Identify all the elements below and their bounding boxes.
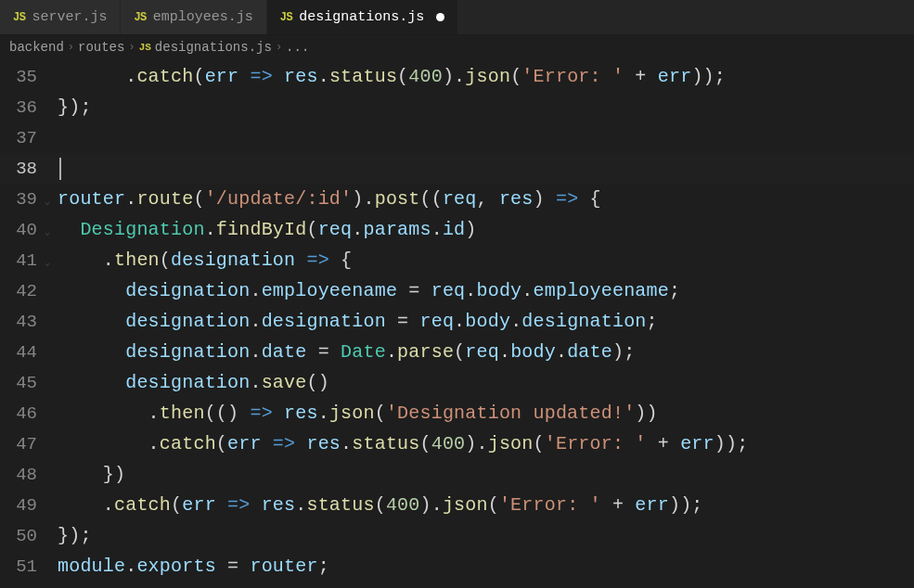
token-punc: )); xyxy=(669,494,703,516)
breadcrumb-segment[interactable]: backend xyxy=(9,40,64,55)
token-punc: ). xyxy=(352,188,374,210)
token-punc xyxy=(273,66,284,87)
fold-icon[interactable]: ⌄ xyxy=(45,226,54,237)
token-punc: { xyxy=(578,188,600,210)
token-punc: = xyxy=(386,311,420,332)
token-prop: designation xyxy=(521,311,646,332)
code-content[interactable]: ⌄ .then(designation => { xyxy=(58,249,352,271)
token-func: then xyxy=(114,249,160,271)
tab-employees-js[interactable]: JSemployees.js xyxy=(121,0,266,34)
code-content[interactable]: designation.save() xyxy=(58,372,329,393)
code-line[interactable]: 45 designation.save() xyxy=(0,367,914,398)
code-content[interactable]: .catch(err => res.status(400).json('Erro… xyxy=(58,66,726,87)
code-line[interactable]: 41⌄ .then(designation => { xyxy=(0,245,914,275)
token-punc: . xyxy=(295,494,306,516)
code-content[interactable]: designation.date = Date.parse(req.body.d… xyxy=(58,341,635,363)
token-func: status xyxy=(352,433,419,454)
token-var: err xyxy=(658,66,692,87)
token-punc: }); xyxy=(58,96,92,118)
code-content[interactable]: designation.employeename = req.body.empl… xyxy=(58,280,680,301)
code-line[interactable]: 35 .catch(err => res.status(400).json('E… xyxy=(0,61,914,92)
tab-designations-js[interactable]: JSdesignations.js xyxy=(267,0,458,34)
token-punc: ( xyxy=(193,188,204,210)
token-punc: . xyxy=(58,433,160,454)
code-line[interactable]: 47 .catch(err => res.status(400).json('E… xyxy=(0,428,914,459)
code-line[interactable]: 39⌄router.route('/update/:id').post((req… xyxy=(0,184,914,214)
code-line[interactable]: 48 }) xyxy=(0,459,914,490)
breadcrumb-segment[interactable]: routes xyxy=(78,40,124,55)
text-cursor xyxy=(59,158,61,180)
token-punc: . xyxy=(352,219,363,240)
breadcrumb[interactable]: backend›routes›JS designations.js›... xyxy=(0,35,914,59)
code-editor[interactable]: 35 .catch(err => res.status(400).json('E… xyxy=(0,59,914,582)
fold-icon[interactable]: ⌄ xyxy=(45,257,54,268)
token-punc xyxy=(250,494,261,516)
token-punc xyxy=(58,341,125,363)
line-number: 36 xyxy=(0,97,58,118)
line-number: 38 xyxy=(0,159,58,179)
code-content[interactable]: ⌄router.route('/update/:id').post((req, … xyxy=(58,188,601,210)
token-str: '/update/:id' xyxy=(205,188,353,210)
token-var: router xyxy=(250,556,317,577)
code-content[interactable]: }); xyxy=(58,96,92,118)
code-content[interactable]: .then(() => res.json('Designation update… xyxy=(58,403,658,424)
token-punc: . xyxy=(318,403,329,424)
tab-server-js[interactable]: JSserver.js xyxy=(0,0,121,34)
token-punc xyxy=(273,403,284,424)
code-content[interactable]: ⌄ Designation.findById(req.params.id) xyxy=(58,219,477,240)
token-punc: ( xyxy=(306,219,317,240)
token-kw: => xyxy=(250,403,272,424)
code-line[interactable]: 38 xyxy=(0,153,914,184)
line-number: 35 xyxy=(0,67,58,87)
code-line[interactable]: 37 xyxy=(0,122,914,153)
token-punc xyxy=(295,249,306,271)
token-str: 'Error: ' xyxy=(499,494,601,516)
token-prop: exports xyxy=(136,556,215,577)
token-prop: body xyxy=(465,311,510,332)
code-line[interactable]: 42 designation.employeename = req.body.e… xyxy=(0,275,914,306)
js-file-icon: JS xyxy=(280,11,292,24)
token-func: post xyxy=(375,188,420,210)
code-content[interactable]: }); xyxy=(58,525,92,546)
token-punc: () xyxy=(306,372,328,393)
code-line[interactable]: 44 designation.date = Date.parse(req.bod… xyxy=(0,337,914,367)
breadcrumb-file[interactable]: designations.js xyxy=(155,40,272,55)
token-kw: => xyxy=(273,433,295,454)
token-punc: )) xyxy=(635,403,657,424)
fold-icon[interactable]: ⌄ xyxy=(45,196,54,207)
code-line[interactable]: 43 designation.designation = req.body.de… xyxy=(0,306,914,337)
code-content[interactable]: }) xyxy=(58,464,125,485)
code-line[interactable]: 46 .then(() => res.json('Designation upd… xyxy=(0,398,914,428)
token-punc: }); xyxy=(58,525,92,546)
chevron-right-icon: › xyxy=(128,41,135,54)
code-line[interactable]: 51module.exports = router; xyxy=(0,551,914,582)
code-content[interactable]: designation.designation = req.body.desig… xyxy=(58,311,658,332)
token-str: 'Error: ' xyxy=(545,433,647,454)
token-prop: body xyxy=(477,280,522,301)
token-punc: ); xyxy=(612,341,635,363)
breadcrumb-symbol[interactable]: ... xyxy=(286,40,309,55)
token-str: 'Error: ' xyxy=(521,66,624,87)
token-punc: ) xyxy=(534,188,556,210)
code-line[interactable]: 50}); xyxy=(0,520,914,551)
code-content[interactable]: .catch(err => res.status(400).json('Erro… xyxy=(58,433,748,454)
code-content[interactable]: module.exports = router; xyxy=(58,556,329,577)
code-content[interactable] xyxy=(58,158,61,180)
code-line[interactable]: 49 .catch(err => res.status(400).json('E… xyxy=(0,490,914,520)
token-param: err xyxy=(205,66,239,87)
token-punc: . xyxy=(556,341,567,363)
token-punc: . xyxy=(250,280,261,301)
token-param: designation xyxy=(171,249,295,271)
code-content[interactable]: .catch(err => res.status(400).json('Erro… xyxy=(58,494,703,516)
token-prop: date xyxy=(567,341,612,363)
code-line[interactable]: 40⌄ Designation.findById(req.params.id) xyxy=(0,214,914,245)
code-line[interactable]: 36}); xyxy=(0,92,914,122)
token-punc xyxy=(295,433,306,454)
line-number: 44 xyxy=(0,342,58,363)
token-punc: ( xyxy=(375,494,386,516)
token-punc: . xyxy=(250,341,261,363)
token-var: res xyxy=(262,494,296,516)
line-number: 51 xyxy=(0,556,58,577)
token-num: 400 xyxy=(431,433,466,454)
token-func: json xyxy=(329,403,375,424)
